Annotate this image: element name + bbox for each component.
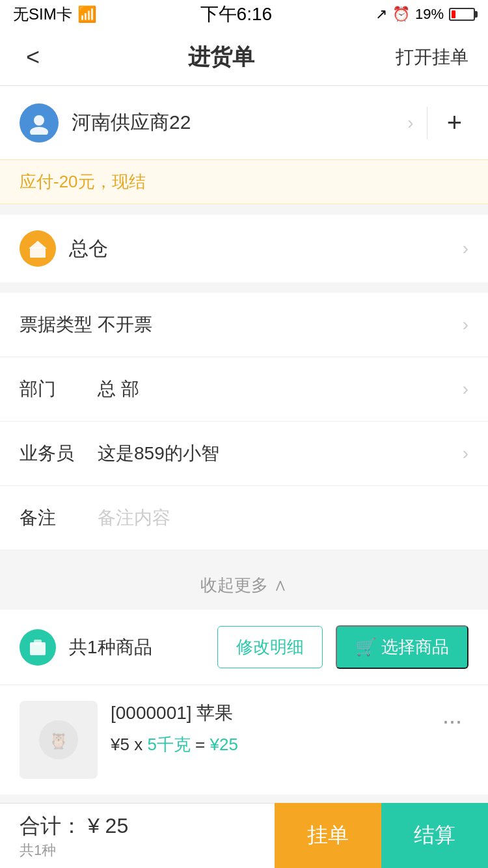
add-supplier-button[interactable]: + bbox=[441, 102, 468, 144]
product-more-button[interactable]: ··· bbox=[436, 701, 468, 741]
supplier-row[interactable]: 河南供应商22 › + bbox=[0, 86, 488, 159]
department-chevron-icon: › bbox=[463, 379, 468, 400]
battery-label: 19% bbox=[415, 6, 444, 23]
warehouse-section: 总仓 › bbox=[0, 215, 488, 282]
collapse-label: 收起更多 ∧ bbox=[200, 574, 287, 597]
nav-bar: < 进货单 打开挂单 bbox=[0, 29, 488, 86]
product-info: [0000001] 苹果 ¥5 x 5千克 = ¥25 bbox=[111, 701, 423, 756]
warehouse-name: 总仓 bbox=[69, 236, 456, 262]
status-right: ↗ ⏰ 19% bbox=[375, 6, 475, 23]
product-price-row: ¥5 x 5千克 = ¥25 bbox=[111, 733, 423, 756]
warehouse-icon bbox=[20, 230, 56, 267]
svg-point-0 bbox=[34, 115, 44, 126]
department-label: 部门 bbox=[20, 377, 98, 401]
total-section: 合计： ¥ 25 共1种 bbox=[0, 803, 275, 868]
hold-button[interactable]: 挂单 bbox=[275, 803, 381, 868]
product-count-text: 共1种商品 bbox=[69, 635, 204, 660]
total-label: 合计： bbox=[20, 814, 82, 837]
invoice-label: 票据类型 bbox=[20, 312, 98, 337]
remark-row[interactable]: 备注 备注内容 bbox=[0, 486, 488, 550]
total-value: ¥ 25 bbox=[88, 814, 128, 837]
department-value: 总 部 bbox=[98, 377, 456, 401]
remark-input[interactable]: 备注内容 bbox=[98, 506, 468, 530]
unit-price: ¥5 x bbox=[111, 735, 147, 754]
time-label: 下午6:16 bbox=[200, 2, 273, 27]
collapse-bar[interactable]: 收起更多 ∧ bbox=[0, 561, 488, 610]
invoice-type-row[interactable]: 票据类型 不开票 › bbox=[0, 293, 488, 357]
back-button[interactable]: < bbox=[20, 37, 46, 77]
checkout-button[interactable]: 结算 bbox=[381, 803, 488, 868]
supplier-avatar bbox=[20, 103, 59, 142]
supplier-name: 河南供应商22 bbox=[72, 109, 401, 136]
total-price: ¥25 bbox=[210, 735, 238, 754]
salesperson-label: 业务员 bbox=[20, 441, 98, 466]
status-left: 无SIM卡 📶 bbox=[13, 4, 97, 25]
products-section: 共1种商品 修改明细 🛒 选择商品 🦉 [0000001] 苹果 ¥5 x 5千… bbox=[0, 610, 488, 794]
salesperson-chevron-icon: › bbox=[463, 443, 468, 464]
product-item: 🦉 [0000001] 苹果 ¥5 x 5千克 = ¥25 ··· bbox=[0, 685, 488, 794]
invoice-value: 不开票 bbox=[98, 312, 456, 337]
select-product-icon: 🛒 bbox=[355, 637, 376, 657]
product-title: 苹果 bbox=[197, 703, 233, 723]
edit-detail-button[interactable]: 修改明细 bbox=[217, 626, 323, 668]
svg-rect-2 bbox=[30, 247, 46, 258]
notice-bar: 应付-20元，现结 bbox=[0, 159, 488, 204]
bottom-bar: 合计： ¥ 25 共1种 挂单 结算 bbox=[0, 803, 488, 868]
product-name: [0000001] 苹果 bbox=[111, 701, 423, 726]
wifi-icon: 📶 bbox=[77, 5, 97, 23]
svg-marker-3 bbox=[29, 241, 47, 249]
select-product-label: 选择商品 bbox=[381, 636, 449, 658]
salesperson-row[interactable]: 业务员 这是859的小智 › bbox=[0, 422, 488, 486]
product-code: [0000001] bbox=[111, 703, 197, 723]
products-header: 共1种商品 修改明细 🛒 选择商品 bbox=[0, 610, 488, 685]
department-row[interactable]: 部门 总 部 › bbox=[0, 357, 488, 422]
product-thumbnail: 🦉 bbox=[20, 701, 98, 779]
total-count: 共1种 bbox=[20, 841, 255, 860]
supplier-section: 河南供应商22 › + 应付-20元，现结 bbox=[0, 86, 488, 204]
product-count-icon bbox=[20, 629, 56, 666]
supplier-chevron-icon: › bbox=[407, 113, 413, 133]
warehouse-row[interactable]: 总仓 › bbox=[0, 215, 488, 282]
alarm-icon: ⏰ bbox=[392, 6, 410, 23]
form-section: 票据类型 不开票 › 部门 总 部 › 业务员 这是859的小智 › 备注 备注… bbox=[0, 293, 488, 550]
battery-icon bbox=[449, 8, 475, 21]
supplier-divider bbox=[427, 107, 427, 139]
page-title: 进货单 bbox=[188, 42, 254, 72]
remark-label: 备注 bbox=[20, 506, 98, 530]
equals: = bbox=[195, 735, 210, 754]
quantity: 5千克 bbox=[147, 735, 190, 754]
svg-text:🦉: 🦉 bbox=[49, 731, 68, 750]
invoice-chevron-icon: › bbox=[463, 314, 468, 335]
salesperson-value: 这是859的小智 bbox=[98, 441, 456, 466]
svg-rect-5 bbox=[34, 640, 42, 645]
status-bar: 无SIM卡 📶 下午6:16 ↗ ⏰ 19% bbox=[0, 0, 488, 29]
network-label: 无SIM卡 bbox=[13, 4, 72, 25]
open-hold-button[interactable]: 打开挂单 bbox=[396, 45, 468, 70]
location-icon: ↗ bbox=[375, 6, 387, 23]
warehouse-chevron-icon: › bbox=[463, 238, 468, 259]
total-amount: 合计： ¥ 25 bbox=[20, 812, 255, 841]
select-product-button[interactable]: 🛒 选择商品 bbox=[336, 625, 468, 669]
svg-point-1 bbox=[30, 127, 48, 135]
